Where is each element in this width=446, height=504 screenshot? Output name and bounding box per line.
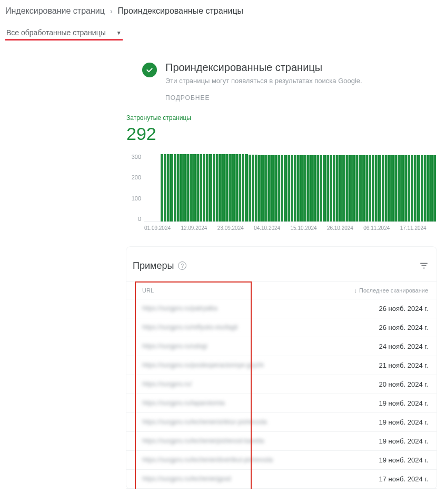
- chart-bar[interactable]: [216, 154, 219, 221]
- chart-bar[interactable]: [355, 155, 358, 221]
- chart-bar[interactable]: [261, 155, 264, 221]
- chart-bar[interactable]: [382, 155, 384, 221]
- chart-bar[interactable]: [352, 155, 355, 221]
- chart-bar[interactable]: [362, 155, 365, 221]
- chart-bar[interactable]: [281, 155, 283, 221]
- chart-bar[interactable]: [229, 154, 231, 221]
- help-icon[interactable]: ?: [178, 261, 186, 270]
- chart-bar[interactable]: [391, 155, 394, 221]
- chart-bar[interactable]: [326, 155, 329, 221]
- chart-bar[interactable]: [288, 155, 290, 221]
- chart-bar[interactable]: [167, 154, 170, 221]
- chart-bar[interactable]: [239, 154, 241, 221]
- chart-bar[interactable]: [193, 154, 196, 221]
- table-row[interactable]: https://surgpro.ru/lechenie/striktur-pis…: [126, 413, 437, 432]
- chart-bar[interactable]: [316, 155, 319, 221]
- table-row[interactable]: https://surgpro.ru/20 нояб. 2024 г.: [126, 375, 437, 394]
- chart-bar[interactable]: [264, 155, 267, 221]
- chart-bar[interactable]: [190, 154, 192, 221]
- chart-bar[interactable]: [333, 155, 335, 221]
- chart-bar[interactable]: [274, 155, 277, 221]
- chart-bar[interactable]: [161, 154, 163, 221]
- chart-bar[interactable]: [424, 155, 427, 221]
- chart-bar[interactable]: [411, 155, 413, 221]
- col-url-header[interactable]: URL: [142, 287, 154, 294]
- chart-bar[interactable]: [209, 154, 212, 221]
- chart-bar[interactable]: [339, 155, 342, 221]
- chart-bar[interactable]: [203, 154, 205, 221]
- table-row[interactable]: https://surgpro.ru/laparotomia19 нояб. 2…: [126, 394, 437, 413]
- chart-bar[interactable]: [303, 155, 306, 221]
- chart-bar[interactable]: [294, 155, 296, 221]
- table-row[interactable]: https://surgpro.ru/lechenie/gpod17 нояб.…: [126, 470, 437, 489]
- filter-icon[interactable]: [418, 259, 430, 272]
- chart-bar[interactable]: [394, 155, 397, 221]
- chart-bar[interactable]: [307, 155, 310, 221]
- chart-bar[interactable]: [255, 155, 257, 221]
- col-crawl-header[interactable]: ↓ Последнее сканирование: [354, 287, 428, 294]
- chart-bar[interactable]: [180, 154, 183, 221]
- chart-bar[interactable]: [433, 155, 436, 221]
- chart-bar[interactable]: [313, 155, 316, 221]
- chart-bar[interactable]: [219, 154, 222, 221]
- chart-bar[interactable]: [369, 155, 371, 221]
- chart-bar[interactable]: [342, 155, 345, 221]
- chart-bar[interactable]: [359, 155, 361, 221]
- table-row[interactable]: https://surgpro.ru/posleoperacionnye-gry…: [126, 356, 437, 375]
- chart-bar[interactable]: [323, 155, 325, 221]
- chart-bar[interactable]: [213, 154, 215, 221]
- chart-bar[interactable]: [336, 155, 339, 221]
- chart-bar[interactable]: [427, 155, 430, 221]
- table-row[interactable]: https://surgpro.ru/reflyuks-esofagit26 н…: [126, 318, 437, 337]
- chart-bar[interactable]: [349, 155, 352, 221]
- table-row[interactable]: https://surgpro.ru/patryalka26 нояб. 202…: [126, 299, 437, 318]
- chart-bar[interactable]: [258, 155, 261, 221]
- chart-bar[interactable]: [375, 155, 378, 221]
- breadcrumb-parent[interactable]: Индексирование страниц: [5, 6, 105, 16]
- chart-bar[interactable]: [277, 155, 280, 221]
- chart-bar[interactable]: [372, 155, 374, 221]
- chart-bar[interactable]: [235, 154, 238, 221]
- chart-bar[interactable]: [408, 155, 410, 221]
- chart-bar[interactable]: [385, 155, 388, 221]
- chart-bar[interactable]: [284, 155, 286, 221]
- chart-bar[interactable]: [398, 155, 400, 221]
- chart-bar[interactable]: [183, 154, 186, 221]
- chart-bar[interactable]: [222, 154, 225, 221]
- chart-bar[interactable]: [252, 155, 254, 221]
- chart-bar[interactable]: [417, 155, 420, 221]
- chart-bar[interactable]: [206, 154, 209, 221]
- chart-bar[interactable]: [249, 155, 251, 221]
- filter-dropdown[interactable]: Все обработанные страницы ▼: [5, 27, 123, 41]
- table-row[interactable]: https://surgpro.ru/udogi24 нояб. 2024 г.: [126, 337, 437, 356]
- chart-bar[interactable]: [378, 155, 381, 221]
- chart-bar[interactable]: [196, 154, 199, 221]
- chart-bar[interactable]: [297, 155, 300, 221]
- chart-bar[interactable]: [268, 155, 271, 221]
- chart-bar[interactable]: [170, 154, 173, 221]
- chart-bar[interactable]: [271, 155, 274, 221]
- chart-bar[interactable]: [310, 155, 313, 221]
- chart-bar[interactable]: [242, 154, 244, 221]
- chart-bar[interactable]: [186, 154, 189, 221]
- chart-bar[interactable]: [174, 154, 176, 221]
- chart-bar[interactable]: [200, 154, 202, 221]
- chart-bar[interactable]: [365, 155, 368, 221]
- chart-bar[interactable]: [404, 155, 407, 221]
- chart-bar[interactable]: [414, 155, 417, 221]
- details-link[interactable]: ПОДРОБНЕЕ: [165, 94, 362, 102]
- chart-bar[interactable]: [164, 154, 166, 221]
- chart-bar[interactable]: [225, 154, 228, 221]
- chart-bar[interactable]: [232, 154, 235, 221]
- table-row[interactable]: https://surgpro.ru/lechenie/pishevod-bar…: [126, 432, 437, 451]
- chart-bars[interactable]: [144, 154, 437, 222]
- table-row[interactable]: https://surgpro.ru/lechenie/divertikul-p…: [126, 451, 437, 470]
- chart-bar[interactable]: [430, 155, 433, 221]
- chart-bar[interactable]: [330, 155, 332, 221]
- chart-bar[interactable]: [177, 154, 180, 221]
- chart-bar[interactable]: [300, 155, 303, 221]
- chart-bar[interactable]: [320, 155, 322, 221]
- chart-bar[interactable]: [245, 154, 247, 221]
- chart-bar[interactable]: [388, 155, 391, 221]
- chart-bar[interactable]: [401, 155, 404, 221]
